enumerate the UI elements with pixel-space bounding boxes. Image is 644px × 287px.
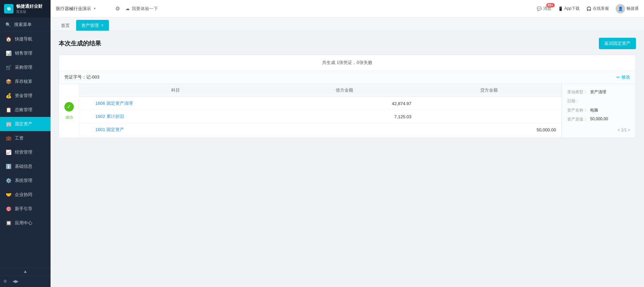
- voucher-info-panel: 变动类型： 资产清理 日期： 资产名称： 电脑 资产原值：: [561, 84, 636, 138]
- info-date: 日期：: [567, 98, 630, 104]
- sidebar-item-label: 工资: [15, 135, 24, 141]
- date-label: 日期：: [567, 98, 579, 104]
- operations-icon: 📈: [5, 149, 11, 155]
- guide-icon: 🎯: [5, 206, 11, 212]
- tab-close-icon[interactable]: ✕: [101, 23, 104, 28]
- edit-button[interactable]: ✏ 修改: [616, 74, 630, 80]
- row2-subject-link[interactable]: 1602 累计折旧: [95, 114, 124, 119]
- sidebar-item-label: 应用中心: [15, 220, 32, 226]
- row2-debit: 7,125.03: [272, 110, 417, 123]
- row3-debit: [272, 123, 417, 136]
- row2-credit: [417, 110, 561, 123]
- online-service-button[interactable]: 🎧 在线客服: [586, 6, 609, 11]
- settings-gear-icon[interactable]: ⚙: [114, 4, 121, 13]
- page-header: 本次生成的结果 返回固定资产: [59, 38, 636, 49]
- asset-name-label: 资产名称：: [567, 107, 587, 113]
- row3-subject-link[interactable]: 1601 固定资产: [95, 127, 124, 132]
- online-service-icon: 🎧: [586, 6, 591, 11]
- app-download-label: App下载: [564, 6, 580, 11]
- trial-button[interactable]: ☁ 我要体验一下: [125, 6, 158, 12]
- success-icon: ✓: [64, 102, 74, 111]
- sidebar-logo-text: 畅捷通好业财 普及版: [16, 4, 42, 14]
- tab-home[interactable]: 首页: [56, 20, 75, 31]
- avatar: 👤: [616, 4, 625, 13]
- sidebar-item-label: 资金管理: [15, 93, 32, 99]
- change-type-value: 资产清理: [590, 89, 606, 95]
- funds-icon: 💰: [5, 93, 11, 99]
- info-asset-value: 资产原值： 50,000.00: [567, 117, 630, 122]
- sidebar-nav: 🏠 快捷导航 📊 销售管理 🛒 采购管理 📦 库存核算 💰 资金管理 📋 总账管…: [0, 32, 51, 267]
- sidebar-item-label: 库存核算: [15, 78, 32, 85]
- online-service-label: 在线客服: [593, 6, 609, 11]
- pagination-next[interactable]: >: [628, 128, 630, 132]
- row3-credit: 50,000.00: [417, 123, 561, 136]
- row3-subject: 1601 固定资产: [79, 123, 272, 136]
- sidebar-item-label: 总账管理: [15, 107, 32, 113]
- sidebar-item-ledger[interactable]: 📋 总账管理: [0, 103, 51, 117]
- settings-icon[interactable]: ⚙: [3, 279, 7, 284]
- asset-value-label: 资产原值：: [567, 117, 587, 122]
- message-badge: 99+: [546, 3, 555, 7]
- collaboration-icon: 🤝: [5, 192, 11, 198]
- sidebar-item-payroll[interactable]: 💼 工资: [0, 131, 51, 145]
- pagination-prev[interactable]: <: [618, 128, 620, 132]
- company-name: 医疗器械行业演示: [56, 6, 91, 12]
- company-selector[interactable]: 医疗器械行业演示 ▼: [56, 6, 110, 12]
- sidebar-item-app-center[interactable]: 🔲 应用中心: [0, 216, 51, 230]
- ledger-icon: 📋: [5, 107, 11, 113]
- result-summary: 共生成 1张凭证，0张失败: [59, 55, 636, 71]
- voucher-number: 凭证字号：记-003: [64, 74, 99, 80]
- app-download-button[interactable]: 📱 App下载: [558, 6, 580, 11]
- sidebar-logo: 畅 畅捷通好业财 普及版: [0, 0, 51, 18]
- trial-label: 我要体验一下: [132, 6, 158, 12]
- sidebar-item-inventory[interactable]: 📦 库存核算: [0, 74, 51, 89]
- sidebar-bottom: ⚙ ◀▶: [0, 275, 51, 287]
- topbar: 医疗器械行业演示 ▼ ⚙ ☁ 我要体验一下 💬 消息 99+ 📱 App下载 🎧…: [51, 0, 644, 18]
- return-button[interactable]: 返回固定资产: [599, 38, 636, 49]
- sidebar-item-label: 快捷导航: [15, 36, 32, 42]
- app-download-icon: 📱: [558, 6, 563, 11]
- system-icon: ⚙️: [5, 178, 11, 184]
- home-icon: 🏠: [5, 36, 11, 42]
- edit-icon: ✏: [616, 75, 620, 80]
- sidebar-item-fixed-assets[interactable]: 🏢 固定资产: [0, 117, 51, 131]
- pagination-info: 1/1: [621, 128, 628, 132]
- fixed-assets-icon: 🏢: [5, 121, 11, 127]
- voucher-table-wrapper: 科目 借方金额 贷方金额 1606 固定资产清理: [79, 84, 561, 138]
- voucher-rows-container: ✓ 成功 科目 借方金额 贷方金额: [59, 84, 636, 138]
- message-button[interactable]: 💬 消息 99+: [537, 6, 551, 11]
- sidebar-search[interactable]: 🔍 搜索菜单: [0, 18, 51, 32]
- collapse-icon[interactable]: ◀▶: [12, 279, 19, 284]
- sidebar-item-funds[interactable]: 💰 资金管理: [0, 89, 51, 103]
- asset-name-value: 电脑: [590, 107, 598, 113]
- sidebar-item-collaboration[interactable]: 🤝 企业协同: [0, 188, 51, 202]
- username: 畅捷通: [626, 6, 639, 11]
- edit-label: 修改: [621, 74, 630, 80]
- main-area: 医疗器械行业演示 ▼ ⚙ ☁ 我要体验一下 💬 消息 99+ 📱 App下载 🎧…: [51, 0, 644, 287]
- row1-subject-link[interactable]: 1606 固定资产清理: [95, 101, 133, 106]
- table-row: 1606 固定资产清理 42,874.97: [79, 97, 561, 110]
- success-indicator-col: ✓ 成功: [59, 84, 79, 138]
- row1-credit: [417, 97, 561, 110]
- sidebar-item-sales[interactable]: 📊 销售管理: [0, 46, 51, 60]
- sidebar-item-system[interactable]: ⚙️ 系统管理: [0, 173, 51, 188]
- sidebar-item-label: 经营管理: [15, 149, 32, 155]
- table-row: 1601 固定资产 50,000.00: [79, 123, 561, 136]
- inventory-icon: 📦: [5, 78, 11, 85]
- sidebar-item-label: 企业协同: [15, 192, 32, 198]
- tab-asset-management[interactable]: 资产管理 ✕: [76, 20, 109, 31]
- trial-icon: ☁: [125, 6, 130, 11]
- sidebar-scroll-down[interactable]: ▲: [0, 267, 51, 275]
- sidebar-item-operations[interactable]: 📈 经营管理: [0, 145, 51, 159]
- sidebar-item-base-info[interactable]: ℹ️ 基础信息: [0, 159, 51, 173]
- user-profile[interactable]: 👤 畅捷通: [616, 4, 639, 13]
- col-header-debit: 借方金额: [272, 84, 417, 97]
- page-title: 本次生成的结果: [59, 39, 101, 47]
- voucher-table: 科目 借方金额 贷方金额 1606 固定资产清理: [79, 84, 561, 136]
- table-row: 1602 累计折旧 7,125.03: [79, 110, 561, 123]
- content-area: 本次生成的结果 返回固定资产 共生成 1张凭证，0张失败 凭证字号：记-003 …: [51, 31, 644, 287]
- sidebar-item-purchase[interactable]: 🛒 采购管理: [0, 60, 51, 74]
- voucher-header: 凭证字号：记-003 ✏ 修改: [59, 71, 636, 84]
- sidebar-item-guide[interactable]: 🎯 新手引导: [0, 202, 51, 216]
- sidebar-item-quick-nav[interactable]: 🏠 快捷导航: [0, 32, 51, 46]
